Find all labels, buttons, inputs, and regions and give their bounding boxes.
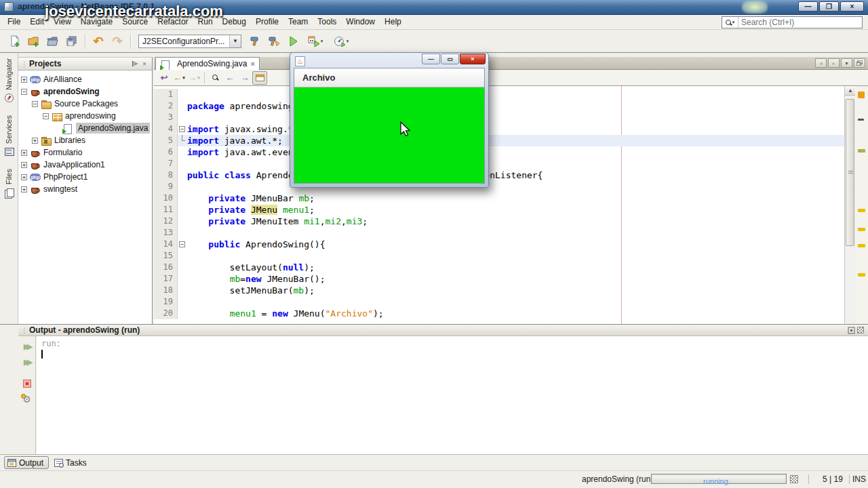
- code-line-3[interactable]: 3: [154, 112, 844, 123]
- app-minimize-button[interactable]: —: [422, 54, 440, 64]
- java-app-content[interactable]: [294, 87, 484, 183]
- warning-mark[interactable]: [858, 228, 865, 231]
- restore-button[interactable]: ❐: [819, 1, 839, 12]
- maximize-editor-icon[interactable]: [854, 58, 865, 68]
- new-project-button[interactable]: [24, 32, 43, 51]
- configuration-combo[interactable]: J2SEConfigurationPr... ▼: [138, 35, 241, 48]
- code-line-17[interactable]: 17 mb=new JMenuBar();: [154, 273, 844, 285]
- tree-item-aprendoswing-java[interactable]: AprendoSwing.java: [18, 122, 152, 134]
- tab-list-dropdown-icon[interactable]: ▾: [841, 58, 852, 68]
- code-line-4[interactable]: 4−import javax.swing.*;: [154, 123, 844, 135]
- menu-tools[interactable]: Tools: [313, 15, 341, 29]
- debug-button[interactable]: ▾: [302, 32, 328, 51]
- code-line-13[interactable]: 13: [154, 227, 844, 239]
- minimize-window-group-icon[interactable]: [130, 60, 140, 68]
- search-icon[interactable]: ▾: [722, 17, 738, 28]
- code-line-5[interactable]: 5import java.awt.*;: [154, 135, 844, 146]
- fold-collapse-icon[interactable]: −: [178, 123, 187, 135]
- code-line-16[interactable]: 16 setLayout(null);: [154, 262, 844, 273]
- scroll-up-icon[interactable]: ▲: [845, 86, 856, 96]
- archivo-menu[interactable]: Archivo: [294, 73, 343, 83]
- sidebar-tab-files[interactable]: Files: [4, 169, 14, 197]
- sidebar-tab-services[interactable]: Services: [4, 115, 14, 157]
- scroll-tabs-left-icon[interactable]: ◂: [815, 58, 827, 68]
- code-line-19[interactable]: 19: [154, 296, 844, 308]
- chevron-down-icon[interactable]: ▾: [321, 39, 323, 44]
- warning-mark[interactable]: [858, 273, 865, 277]
- menu-team[interactable]: Team: [283, 15, 313, 29]
- toggle-highlight-button[interactable]: [252, 71, 267, 85]
- code-line-9[interactable]: 9: [154, 181, 844, 192]
- code-line-1[interactable]: 1: [154, 89, 844, 100]
- output-console[interactable]: run:: [37, 336, 868, 454]
- expand-icon[interactable]: +: [21, 162, 27, 168]
- stop-process-icon[interactable]: [790, 475, 798, 483]
- close-tab-icon[interactable]: ×: [250, 60, 254, 68]
- code-line-15[interactable]: 15: [154, 250, 844, 262]
- new-file-button[interactable]: [5, 32, 24, 51]
- save-all-button[interactable]: [62, 32, 81, 51]
- forward-button[interactable]: →▾: [186, 71, 201, 85]
- chevron-down-icon[interactable]: ▾: [347, 39, 349, 44]
- collapse-icon[interactable]: −: [21, 89, 27, 95]
- previous-occurrence-button[interactable]: ←: [222, 71, 237, 85]
- collapse-icon[interactable]: −: [43, 113, 49, 119]
- tree-item-airalliance[interactable]: +AirAlliance: [18, 73, 152, 85]
- app-close-button[interactable]: ×: [460, 54, 486, 64]
- code-line-20[interactable]: 20 menu1 = new JMenu("Archivo");: [154, 308, 844, 319]
- rerun-button[interactable]: ▶▶: [20, 340, 34, 354]
- scrollbar-thumb[interactable]: [846, 99, 854, 246]
- collapse-icon[interactable]: −: [32, 101, 38, 107]
- menu-file[interactable]: File: [3, 15, 25, 29]
- warning-mark[interactable]: [858, 244, 865, 247]
- undo-button[interactable]: ↶: [89, 32, 108, 51]
- close-panel-icon[interactable]: [856, 326, 865, 334]
- next-occurrence-button[interactable]: →: [237, 71, 252, 85]
- expand-icon[interactable]: +: [21, 186, 27, 192]
- scroll-tabs-right-icon[interactable]: ▸: [828, 58, 840, 68]
- fold-collapse-icon[interactable]: −: [178, 239, 187, 250]
- tasks-window-tab[interactable]: Tasks: [54, 458, 87, 468]
- ant-settings-button[interactable]: ⚙: [20, 392, 34, 406]
- code-line-11[interactable]: 11 private JMenu menu1;: [154, 204, 844, 216]
- tree-item-phpproject1[interactable]: +PhpProject1: [18, 171, 152, 183]
- profile-button[interactable]: ▾: [328, 32, 354, 51]
- open-project-button[interactable]: [43, 32, 62, 51]
- tree-item-formulario[interactable]: +Formulario: [18, 146, 152, 159]
- tree-item-javaapplication1[interactable]: +JavaApplication1: [18, 159, 152, 171]
- expand-icon[interactable]: +: [21, 77, 27, 83]
- expand-icon[interactable]: +: [32, 138, 38, 144]
- menu-help[interactable]: Help: [380, 15, 406, 29]
- code-line-14[interactable]: 14− public AprendoSwing(){: [154, 239, 844, 250]
- output-window-tab[interactable]: Output: [4, 456, 49, 469]
- drag-handle[interactable]: ⋮: [21, 60, 27, 68]
- code-line-8[interactable]: 8public class AprendoSwing extends JFram…: [154, 169, 844, 181]
- minimize-button[interactable]: —: [798, 1, 818, 12]
- build-button[interactable]: [245, 32, 264, 51]
- code-line-12[interactable]: 12 private JMenuItem mi1,mi2,mi3;: [154, 216, 844, 227]
- app-maximize-button[interactable]: ▭: [441, 54, 459, 64]
- warning-mark[interactable]: [858, 209, 865, 212]
- caret-mark[interactable]: [858, 119, 864, 121]
- tree-item-libraries[interactable]: +Libraries: [18, 134, 152, 146]
- drag-handle[interactable]: ⋮: [21, 327, 27, 334]
- chevron-down-icon[interactable]: ▼: [229, 35, 241, 47]
- rerun-with-options-button[interactable]: ▶▶: [20, 355, 34, 369]
- tree-item-aprendoswing[interactable]: −aprendoswing: [18, 110, 152, 122]
- close-button[interactable]: ×: [840, 1, 864, 12]
- quick-search[interactable]: ▾: [722, 16, 863, 28]
- float-window-icon[interactable]: [846, 326, 856, 334]
- tree-item-source-packages[interactable]: −Source Packages: [18, 98, 152, 110]
- java-app-titlebar[interactable]: ♨ — ▭ ×: [294, 54, 485, 68]
- close-panel-icon[interactable]: ×: [140, 60, 149, 68]
- menu-profile[interactable]: Profile: [251, 15, 283, 29]
- code-area[interactable]: 12package aprendoswing;34−import javax.s…: [154, 86, 844, 324]
- find-selection-button[interactable]: [208, 71, 222, 85]
- code-line-10[interactable]: 10 private JMenuBar mb;: [154, 192, 844, 204]
- run-button[interactable]: [283, 32, 302, 51]
- tree-item-swingtest[interactable]: +swingtest: [18, 183, 152, 195]
- status-box-warning[interactable]: [858, 92, 865, 98]
- code-line-6[interactable]: 6import java.awt.event.*;: [154, 146, 844, 158]
- code-line-7[interactable]: 7: [154, 158, 844, 169]
- expand-icon[interactable]: +: [21, 174, 27, 180]
